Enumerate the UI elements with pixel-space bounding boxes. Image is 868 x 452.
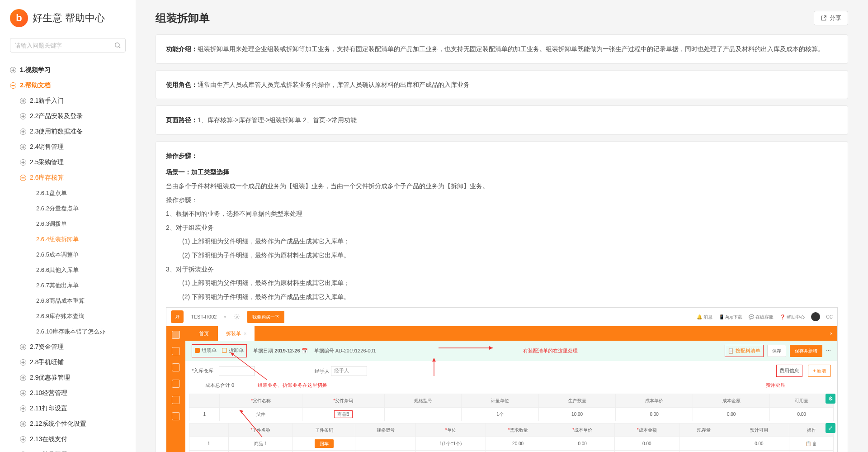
close-icon[interactable]: ×: [830, 329, 833, 338]
expand-icon[interactable]: ⤢: [826, 423, 835, 433]
nav-l2-item[interactable]: 2.1新手入门: [10, 93, 126, 109]
nav-l3-item[interactable]: 2.6.8商品成本重算: [10, 293, 126, 309]
anno-list-btn: 📋 按配料清单: [725, 345, 764, 357]
plus-icon: [20, 390, 26, 396]
nav-l2-item[interactable]: 2.5采购管理: [10, 155, 126, 170]
mock-tabs: 首页 拆装单× ×: [185, 326, 837, 341]
search-icon: [114, 42, 121, 49]
plus-icon: [20, 159, 26, 166]
plus-icon: [10, 67, 16, 73]
nav-tree: 1.视频学习 2.帮助文档 2.1新手入门2.2产品安装及登录2.3使用前数据准…: [10, 62, 126, 452]
svg-point-0: [115, 43, 119, 47]
svg-line-1: [119, 47, 120, 48]
settings-icon[interactable]: ⚙: [826, 394, 835, 404]
tab-home[interactable]: 首页: [191, 326, 217, 341]
nav-l2-item[interactable]: 2.6库存核算: [10, 170, 126, 186]
nav-l3-item[interactable]: 2.6.5成本调整单: [10, 247, 126, 262]
anno-radio-box: 组装单 拆卸单: [192, 344, 247, 357]
more-icon[interactable]: ⋯: [826, 346, 831, 356]
radio-disassembly[interactable]: 拆卸单: [222, 346, 244, 355]
nav-l3-item[interactable]: 2.6.4组装拆卸单: [10, 232, 126, 247]
nav-l2-item[interactable]: 2.10经营管理: [10, 385, 126, 401]
tab-disassembly[interactable]: 拆装单×: [218, 326, 255, 341]
close-icon[interactable]: ×: [244, 329, 246, 338]
brand-logo-icon: b: [10, 9, 28, 27]
nav-l1-docs[interactable]: 2.帮助文档: [10, 78, 126, 93]
save-button[interactable]: 保存: [767, 345, 786, 357]
plus-icon: [20, 113, 26, 119]
nav-l2-item[interactable]: 2.8手机旺铺: [10, 355, 126, 370]
plus-icon: [20, 436, 26, 442]
sidebar: b 好生意 帮助中心 1.视频学习 2.帮助文档 2.1新手入门2.2产品安装及…: [0, 0, 136, 452]
home-icon[interactable]: [172, 331, 180, 339]
child-table: 子件名称子件条码规格型号单位需求数量成本单价成本金额现存量预计可用操作1商品 1…: [189, 423, 834, 452]
role-card: 使用角色：通常由生产人员或库管人员完成拆装业务的操作，库管人员确认原材料的出库和…: [156, 70, 848, 100]
nav-icon[interactable]: [172, 380, 180, 388]
plus-icon: [20, 128, 26, 135]
share-icon: [821, 15, 827, 21]
nav-l2-item[interactable]: 2.4销售管理: [10, 139, 126, 155]
nav-l3-item[interactable]: 2.6.9库存账本查询: [10, 309, 126, 324]
annotation: 组装业务、拆卸业务在这里切换: [258, 381, 327, 390]
mock-link-service[interactable]: 💬 在线客服: [749, 313, 774, 321]
brand: b 好生意 帮助中心: [10, 9, 126, 27]
nav-l2-item[interactable]: 2.2产品安装及登录: [10, 109, 126, 124]
nav-l2-item[interactable]: 2.12系统个性化设置: [10, 416, 126, 432]
minus-icon: [20, 175, 26, 181]
nav-l1-video[interactable]: 1.视频学习: [10, 62, 126, 78]
annotation: 有装配清单的在这里处理: [523, 346, 578, 356]
nav-icon[interactable]: [172, 396, 180, 404]
brand-title: 好生意 帮助中心: [33, 11, 105, 25]
gear-icon: [234, 314, 240, 320]
nav-l3-item[interactable]: 2.6.6其他入库单: [10, 262, 126, 278]
nav-l3-item[interactable]: 2.6.7其他出库单: [10, 278, 126, 293]
delete-icon[interactable]: 🗑: [812, 441, 817, 446]
nav-l2-item[interactable]: 2.11打印设置: [10, 401, 126, 416]
plus-icon: [20, 144, 26, 150]
add-fee-button[interactable]: + 新增: [808, 365, 831, 377]
minus-icon: [10, 82, 16, 89]
plus-icon: [20, 98, 26, 104]
page-title: 组装拆卸单: [156, 11, 210, 25]
nav-icon[interactable]: [172, 347, 180, 355]
nav-icon[interactable]: [172, 412, 180, 420]
radio-assembly[interactable]: 组装单: [195, 346, 217, 355]
mock-buy-button[interactable]: 我要购买一下: [247, 311, 284, 323]
nav-l3-item[interactable]: 2.6.2分量盘点单: [10, 201, 126, 216]
nav-l2-item[interactable]: 2.7资金管理: [10, 339, 126, 355]
nav-icon[interactable]: [172, 363, 180, 371]
nav-l3-item[interactable]: 2.6.3调拨单: [10, 216, 126, 232]
parent-table: 父件名称父件条码规格型号计量单位生产数量成本单价成本金额可用量1父件商品B1个1…: [189, 394, 834, 421]
handler-input[interactable]: 经手人: [331, 366, 367, 376]
plus-icon: [20, 344, 26, 350]
share-button[interactable]: 分享: [814, 11, 848, 25]
intro-card: 功能介绍：组装拆卸单用来处理企业组装或拆卸等加工业务，支持有固定装配清单的产品加…: [156, 34, 848, 64]
mock-topbar: 好 TEST-H002 ▾ 我要购买一下 🔔 消息 📱 App下载 💬 在线客服…: [166, 308, 837, 326]
annotation: 费用处理: [766, 381, 786, 390]
svg-point-2: [236, 316, 238, 318]
main-content: 组装拆卸单 分享 功能介绍：组装拆卸单用来处理企业组装或拆卸等加工业务，支持有固…: [136, 0, 868, 452]
nav-l3-item[interactable]: 2.6.1盘点单: [10, 186, 126, 201]
nav-l2-item[interactable]: 2.9优惠券管理: [10, 370, 126, 385]
mock-leftbar: [166, 326, 185, 452]
avatar[interactable]: [811, 312, 820, 321]
mock-link-msg[interactable]: 🔔 消息: [697, 313, 712, 321]
plus-icon: [20, 359, 26, 366]
anno-fee-box: 费用信息: [776, 365, 802, 377]
save-add-button[interactable]: 保存并新增: [790, 345, 822, 357]
steps-card: 操作步骤： 场景一：加工类型选择 当由多个子件材料组装成一个成品的业务为【组装】…: [156, 141, 848, 452]
plus-icon: [20, 375, 26, 381]
search-input[interactable]: [10, 38, 126, 52]
warehouse-input[interactable]: [219, 366, 255, 376]
mock-link-help[interactable]: ❓ 帮助中心: [780, 313, 805, 321]
nav-l3-item[interactable]: 2.6.10库存账本错了怎么办: [10, 324, 126, 339]
embedded-screenshot: 好 TEST-H002 ▾ 我要购买一下 🔔 消息 📱 App下载 💬 在线客服…: [166, 307, 838, 452]
search-box: [10, 38, 126, 52]
plus-icon: [20, 421, 26, 427]
nav-l2-item[interactable]: 2.3使用前数据准备: [10, 124, 126, 139]
nav-l2-item[interactable]: 2.14常见问题: [10, 447, 126, 452]
nav-l2-item[interactable]: 2.13在线支付: [10, 432, 126, 447]
mock-link-app[interactable]: 📱 App下载: [719, 313, 742, 321]
copy-icon[interactable]: 📋: [806, 441, 811, 446]
mock-logo-icon: 好: [171, 310, 184, 323]
